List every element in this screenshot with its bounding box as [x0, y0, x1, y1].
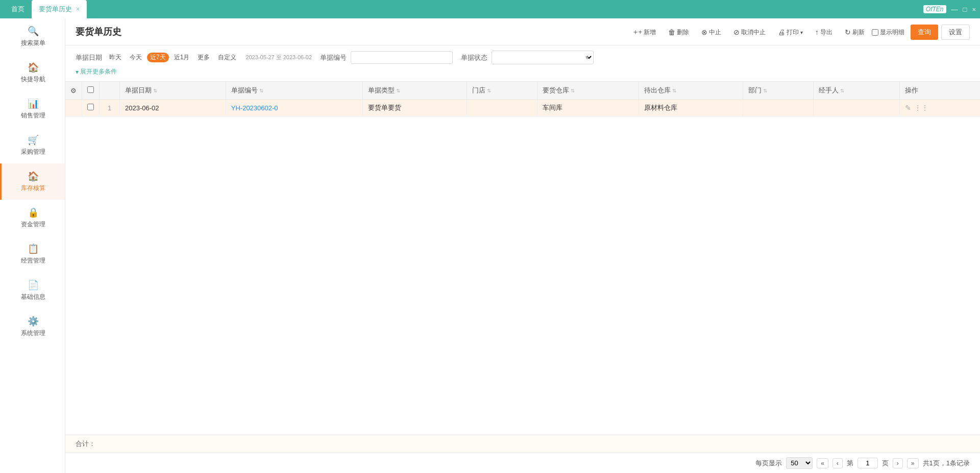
per-page-select[interactable]: 50 10 20 100 — [786, 457, 813, 469]
refresh-button[interactable]: ↻ 刷新 — [840, 26, 870, 39]
col-doc-no[interactable]: 单据编号⇅ — [226, 82, 362, 100]
finance-mgmt-icon: 🔒 — [28, 207, 39, 218]
sidebar-item-inventory-label: 库存核算 — [21, 184, 45, 193]
col-req-warehouse[interactable]: 要货仓库⇅ — [537, 82, 639, 100]
table-header-row: ⚙ 单据日期⇅ 单据编号⇅ 单据类型⇅ 门店⇅ 要货仓库⇅ 待出仓库⇅ 部门⇅ … — [65, 82, 980, 100]
sidebar-item-operations-mgmt[interactable]: 📋 经营管理 — [0, 236, 65, 272]
pagination: 每页显示 50 10 20 100 « ‹ 第 页 › » 共1页，1条记录 — [65, 453, 980, 473]
expand-more-conditions[interactable]: ▾ 展开更多条件 — [76, 67, 970, 76]
filter-date-custom[interactable]: 自定义 — [215, 53, 239, 62]
filter-date-today[interactable]: 今天 — [127, 53, 145, 62]
filter-date-1month[interactable]: 近1月 — [171, 53, 193, 62]
filter-docno-input[interactable] — [351, 51, 453, 64]
top-bar: 首页 要货单历史 × OfTEn — □ × — [0, 0, 980, 18]
row-pending-warehouse: 原材料仓库 — [639, 100, 743, 116]
col-handler[interactable]: 经手人⇅ — [813, 82, 899, 100]
row-settings — [65, 100, 82, 116]
filter-date-more[interactable]: 更多 — [194, 53, 213, 62]
maximize-button[interactable]: □ — [963, 6, 967, 13]
sidebar-item-sales-mgmt-label: 销售管理 — [21, 111, 45, 120]
last-page-button[interactable]: » — [907, 458, 919, 468]
main-layout: 🔍 搜索菜单 🏠 快捷导航 📊 销售管理 🛒 采购管理 🏠 库存核算 🔒 资金管… — [0, 18, 980, 473]
col-pending-warehouse[interactable]: 待出仓库⇅ — [639, 82, 743, 100]
requisition-table: ⚙ 单据日期⇅ 单据编号⇅ 单据类型⇅ 门店⇅ 要货仓库⇅ 待出仓库⇅ 部门⇅ … — [65, 82, 980, 116]
col-num — [100, 82, 120, 100]
sidebar-item-basic-info-label: 基础信息 — [21, 293, 45, 301]
col-action: 操作 — [899, 82, 980, 100]
first-page-button[interactable]: « — [817, 458, 828, 468]
page-number-input[interactable] — [857, 458, 878, 468]
col-doc-date[interactable]: 单据日期⇅ — [120, 82, 226, 100]
per-page-label: 每页显示 — [755, 459, 782, 468]
content-area: 要货单历史 ＋ + 新增 🗑 删除 ⊗ 中止 ⊘ — [65, 18, 980, 473]
delete-icon: 🗑 — [668, 28, 675, 36]
sidebar-item-finance-mgmt[interactable]: 🔒 资金管理 — [0, 200, 65, 236]
filter-date-range: 2023-05-27 至 2023-06-02 — [246, 54, 312, 61]
row-req-warehouse: 车间库 — [537, 100, 639, 116]
page-label: 第 — [847, 459, 853, 468]
sidebar-item-search-menu-label: 搜索菜单 — [21, 39, 45, 48]
sidebar-item-finance-mgmt-label: 资金管理 — [21, 220, 45, 229]
close-tab-icon[interactable]: × — [76, 6, 80, 13]
cancel-stop-button[interactable]: ⊘ 取消中止 — [728, 26, 771, 39]
filter-date-yesterday[interactable]: 昨天 — [106, 53, 125, 62]
col-checkbox — [82, 82, 100, 100]
tab-requisition-history[interactable]: 要货单历史 × — [32, 0, 87, 18]
col-dept[interactable]: 部门⇅ — [743, 82, 814, 100]
filter-status-select[interactable] — [492, 51, 594, 64]
prev-page-button[interactable]: ‹ — [832, 458, 843, 468]
table-area: ⚙ 单据日期⇅ 单据编号⇅ 单据类型⇅ 门店⇅ 要货仓库⇅ 待出仓库⇅ 部门⇅ … — [65, 82, 980, 435]
filter-docno-group: 单据编号 — [320, 51, 453, 64]
sidebar-item-inventory[interactable]: 🏠 库存核算 — [0, 163, 65, 200]
next-page-button[interactable]: › — [893, 458, 903, 468]
export-icon: ↑ — [815, 28, 819, 36]
row-handler — [813, 100, 899, 116]
inventory-icon: 🏠 — [28, 171, 39, 182]
basic-info-icon: 📄 — [28, 279, 39, 291]
sidebar-item-quick-nav[interactable]: 🏠 快捷导航 — [0, 55, 65, 91]
refresh-icon: ↻ — [845, 28, 851, 36]
sidebar-item-system-mgmt[interactable]: ⚙️ 系统管理 — [0, 309, 65, 345]
filter-date-group: 单据日期 昨天 今天 近7天 近1月 更多 自定义 2023-05-27 至 2… — [76, 53, 312, 62]
query-button[interactable]: 查询 — [911, 25, 938, 40]
sidebar-item-search-menu[interactable]: 🔍 搜索菜单 — [0, 18, 65, 55]
col-doc-type[interactable]: 单据类型⇅ — [362, 82, 467, 100]
filter-date-buttons: 昨天 今天 近7天 近1月 更多 自定义 — [106, 53, 239, 62]
cancel-stop-icon: ⊘ — [733, 28, 740, 36]
total-info: 共1页，1条记录 — [923, 459, 970, 468]
filter-docno-label: 单据编号 — [320, 53, 347, 62]
sidebar-item-basic-info[interactable]: 📄 基础信息 — [0, 272, 65, 309]
display-detail-toggle[interactable]: 显示明细 — [872, 28, 904, 37]
stop-button[interactable]: ⊗ 中止 — [696, 26, 726, 39]
row-checkbox[interactable] — [82, 100, 100, 116]
quick-nav-icon: 🏠 — [28, 62, 39, 73]
row-store — [467, 100, 537, 116]
settings-button[interactable]: 设置 — [941, 25, 970, 40]
row-doc-type: 要货单要货 — [362, 100, 467, 116]
sidebar-item-purchase-mgmt-label: 采购管理 — [21, 148, 45, 156]
table-row: 1 2023-06-02 YH-20230602-0 要货单要货 车间库 原材料… — [65, 100, 980, 116]
sidebar-item-purchase-mgmt[interactable]: 🛒 采购管理 — [0, 127, 65, 163]
row-edit-icon[interactable]: ✎ — [905, 104, 911, 112]
row-doc-no[interactable]: YH-20230602-0 — [226, 100, 362, 116]
row-doc-date: 2023-06-02 — [120, 100, 226, 116]
delete-button[interactable]: 🗑 删除 — [663, 26, 694, 39]
close-button[interactable]: × — [972, 6, 976, 13]
print-button[interactable]: 🖨 打印 ▾ — [773, 26, 808, 39]
expand-icon: ▾ — [76, 68, 79, 76]
new-button[interactable]: ＋ + 新增 — [627, 26, 661, 39]
display-detail-checkbox[interactable] — [872, 29, 878, 36]
page-title: 要货单历史 — [76, 26, 121, 38]
col-settings[interactable]: ⚙ — [65, 82, 82, 100]
filter-status-group: 单据状态 ▾ — [461, 51, 589, 64]
filter-date-7days[interactable]: 近7天 — [147, 53, 169, 62]
col-store[interactable]: 门店⇅ — [467, 82, 537, 100]
search-menu-icon: 🔍 — [28, 26, 39, 37]
sidebar-item-sales-mgmt[interactable]: 📊 销售管理 — [0, 91, 65, 127]
export-button[interactable]: ↑ 导出 — [810, 26, 838, 39]
minimize-button[interactable]: — — [951, 6, 958, 13]
footer-summary: 合计： — [65, 435, 980, 453]
select-all-checkbox[interactable] — [87, 86, 94, 93]
row-more-icon[interactable]: ⋮⋮ — [914, 104, 928, 112]
tab-home[interactable]: 首页 — [4, 0, 32, 18]
